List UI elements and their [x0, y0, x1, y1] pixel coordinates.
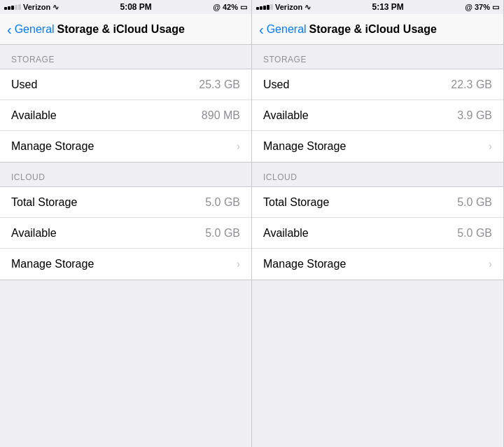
nav-bar-left: ‹ General Storage & iCloud Usage — [0, 14, 251, 45]
icloud-manage-right-right: › — [484, 258, 492, 270]
icloud-available-row-left: Available 5.0 GB — [0, 218, 251, 249]
icloud-total-row-left: Total Storage 5.0 GB — [0, 187, 251, 218]
manage-storage-label-right: Manage Storage — [263, 140, 346, 153]
battery-pct-right: 37% — [475, 3, 490, 11]
storage-used-label-left: Used — [11, 78, 37, 91]
icloud-manage-label-left: Manage Storage — [11, 258, 94, 270]
nav-title-right: Storage & iCloud Usage — [309, 23, 437, 36]
manage-storage-chevron-right: › — [489, 140, 492, 153]
left-panel: Verizon ∿ 5:08 PM @ 42% ▭ ‹ General Stor… — [0, 0, 252, 447]
at-sign-left: @ — [213, 3, 220, 11]
dot2 — [8, 6, 10, 10]
rdot1 — [256, 7, 259, 10]
icloud-manage-right-left: › — [232, 258, 240, 270]
icloud-table-right: Total Storage 5.0 GB Available 5.0 GB Ma… — [252, 186, 503, 280]
status-right-left: @ 42% ▭ — [213, 3, 247, 12]
at-sign-right: @ — [465, 3, 472, 11]
rdot5 — [270, 4, 273, 10]
rdot2 — [260, 6, 262, 10]
wifi-icon-left: ∿ — [52, 3, 59, 12]
back-text-left: General — [15, 23, 55, 36]
storage-used-row-right: Used 22.3 GB — [252, 69, 503, 100]
storage-used-value-left: 25.3 GB — [199, 78, 240, 91]
status-right-right: @ 37% ▭ — [465, 3, 499, 12]
icloud-manage-chevron-right: › — [489, 258, 492, 270]
battery-pct-left: 42% — [223, 3, 238, 11]
storage-section-header-right: STORAGE — [252, 45, 503, 69]
signal-dots-right — [256, 4, 273, 10]
status-bar-right: Verizon ∿ 5:13 PM @ 37% ▭ — [252, 0, 503, 14]
back-button-left[interactable]: ‹ General — [7, 22, 55, 36]
status-left-right: Verizon ∿ — [256, 3, 311, 12]
dot3 — [11, 6, 14, 10]
content-left: STORAGE Used 25.3 GB Available 890 MB Ma… — [0, 45, 251, 447]
storage-used-label-right: Used — [263, 78, 289, 91]
battery-icon-left: ▭ — [240, 3, 247, 12]
icloud-total-row-right: Total Storage 5.0 GB — [252, 187, 503, 218]
storage-available-value-right: 3.9 GB — [457, 109, 492, 122]
icloud-manage-chevron-left: › — [237, 258, 240, 270]
nav-title-left: Storage & iCloud Usage — [57, 23, 185, 36]
storage-used-value-right: 22.3 GB — [451, 78, 492, 91]
storage-table-left: Used 25.3 GB Available 890 MB Manage Sto… — [0, 69, 251, 163]
dot4 — [15, 5, 18, 10]
icloud-available-value-left: 5.0 GB — [205, 227, 240, 240]
rdot4 — [267, 5, 270, 10]
battery-icon-right: ▭ — [492, 3, 499, 12]
storage-available-label-right: Available — [263, 109, 309, 122]
storage-available-label-left: Available — [11, 109, 57, 122]
icloud-table-left: Total Storage 5.0 GB Available 5.0 GB Ma… — [0, 186, 251, 280]
nav-bar-right: ‹ General Storage & iCloud Usage — [252, 14, 503, 45]
time-left: 5:08 PM — [120, 2, 152, 12]
icloud-total-value-right: 5.0 GB — [457, 196, 492, 209]
icloud-section-header-right: ICLOUD — [252, 163, 503, 186]
right-panel: Verizon ∿ 5:13 PM @ 37% ▭ ‹ General Stor… — [252, 0, 504, 447]
signal-dots — [4, 4, 21, 10]
icloud-manage-row-right[interactable]: Manage Storage › — [252, 249, 503, 280]
icloud-total-label-right: Total Storage — [263, 196, 329, 209]
manage-storage-right-right: › — [484, 140, 492, 153]
back-chevron-left: ‹ — [7, 22, 12, 36]
content-right: STORAGE Used 22.3 GB Available 3.9 GB Ma… — [252, 45, 503, 447]
icloud-manage-label-right: Manage Storage — [263, 258, 346, 270]
wifi-icon-right: ∿ — [304, 3, 311, 12]
icloud-available-label-left: Available — [11, 227, 57, 240]
manage-storage-chevron-left: › — [237, 140, 240, 153]
status-bar-left: Verizon ∿ 5:08 PM @ 42% ▭ — [0, 0, 251, 14]
manage-storage-label-left: Manage Storage — [11, 140, 94, 153]
carrier-right: Verizon — [275, 3, 302, 11]
back-chevron-right: ‹ — [259, 22, 264, 36]
carrier-left: Verizon — [23, 3, 50, 11]
manage-storage-row-left[interactable]: Manage Storage › — [0, 131, 251, 162]
dot5 — [18, 4, 21, 10]
icloud-available-row-right: Available 5.0 GB — [252, 218, 503, 249]
storage-used-row-left: Used 25.3 GB — [0, 69, 251, 100]
storage-available-value-left: 890 MB — [202, 109, 240, 122]
rdot3 — [263, 6, 266, 10]
icloud-total-value-left: 5.0 GB — [205, 196, 240, 209]
icloud-available-label-right: Available — [263, 227, 309, 240]
icloud-manage-row-left[interactable]: Manage Storage › — [0, 249, 251, 280]
manage-storage-row-right[interactable]: Manage Storage › — [252, 131, 503, 162]
status-left: Verizon ∿ — [4, 3, 59, 12]
storage-table-right: Used 22.3 GB Available 3.9 GB Manage Sto… — [252, 69, 503, 163]
back-text-right: General — [267, 23, 307, 36]
icloud-available-value-right: 5.0 GB — [457, 227, 492, 240]
icloud-section-header-left: ICLOUD — [0, 163, 251, 186]
icloud-total-label-left: Total Storage — [11, 196, 77, 209]
time-right: 5:13 PM — [372, 2, 404, 12]
storage-available-row-left: Available 890 MB — [0, 100, 251, 131]
back-button-right[interactable]: ‹ General — [259, 22, 307, 36]
storage-available-row-right: Available 3.9 GB — [252, 100, 503, 131]
storage-section-header-left: STORAGE — [0, 45, 251, 69]
dot1 — [4, 7, 7, 10]
manage-storage-right-left: › — [232, 140, 240, 153]
